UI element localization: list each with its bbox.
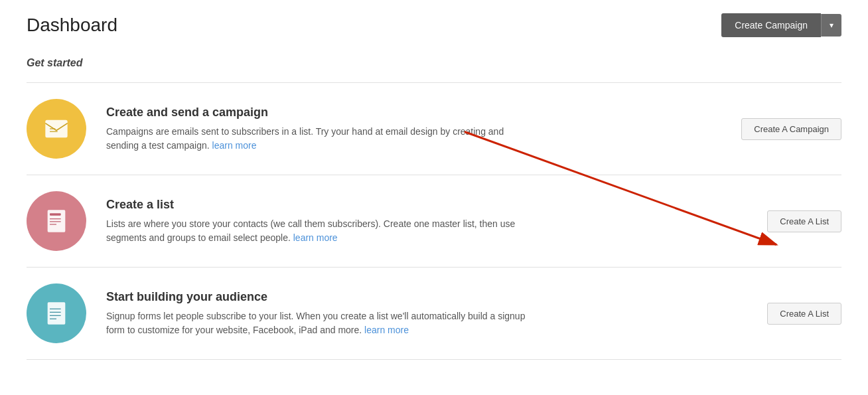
page-title: Dashboard (27, 15, 117, 36)
campaign-icon-svg (40, 112, 73, 145)
items-container: Create and send a campaign Campaigns are… (27, 82, 841, 360)
audience-item-desc: Signup forms let people subscribe to you… (106, 309, 531, 337)
svg-rect-4 (50, 213, 61, 215)
svg-rect-0 (45, 120, 67, 138)
get-started-heading: Get started (27, 57, 841, 69)
create-a-campaign-button[interactable]: Create A Campaign (741, 118, 841, 140)
audience-learn-more-link[interactable]: learn more (364, 325, 409, 335)
create-campaign-button[interactable]: Create Campaign (721, 13, 821, 37)
list-item-desc: Lists are where you store your contacts … (106, 217, 531, 245)
audience-item-content: Start building your audience Signup form… (106, 290, 767, 337)
create-campaign-dropdown-button[interactable]: ▾ (821, 14, 841, 37)
campaign-icon (27, 99, 86, 159)
campaign-action: Create A Campaign (741, 118, 841, 140)
list-item: Create a list Lists are where you store … (27, 175, 841, 268)
create-a-list-button[interactable]: Create A List (767, 210, 841, 232)
svg-rect-8 (48, 302, 66, 324)
list-icon-svg (40, 204, 73, 238)
list-item-title: Create a list (106, 198, 767, 212)
campaign-learn-more-link[interactable]: learn more (212, 140, 257, 151)
audience-item-title: Start building your audience (106, 290, 767, 304)
header-actions: Create Campaign ▾ (721, 13, 841, 37)
list-item-content: Create a list Lists are where you store … (106, 198, 767, 245)
list-icon (27, 191, 86, 251)
audience-action: Create A List (767, 303, 841, 325)
list-learn-more-link[interactable]: learn more (293, 232, 338, 243)
list-item: Create and send a campaign Campaigns are… (27, 83, 841, 175)
campaign-item-title: Create and send a campaign (106, 106, 741, 119)
audience-icon (27, 283, 86, 343)
list-action: Create A List (767, 210, 841, 232)
campaign-item-desc: Campaigns are emails sent to subscribers… (106, 125, 531, 153)
audience-icon-svg (40, 297, 73, 330)
dashboard-page: Dashboard Create Campaign ▾ Get started … (0, 0, 868, 395)
page-header: Dashboard Create Campaign ▾ (27, 13, 841, 37)
audience-create-a-list-button[interactable]: Create A List (767, 303, 841, 325)
list-item: Start building your audience Signup form… (27, 268, 841, 360)
campaign-item-content: Create and send a campaign Campaigns are… (106, 106, 741, 153)
